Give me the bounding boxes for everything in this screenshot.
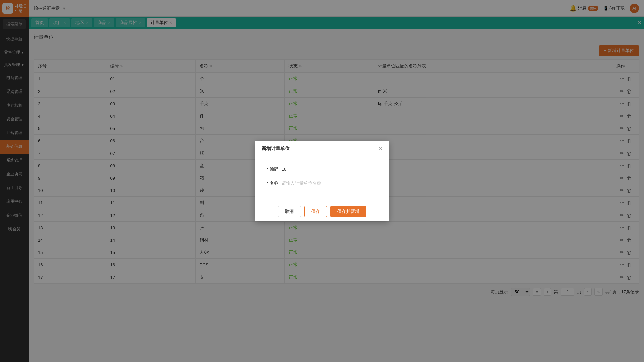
code-label: * 编码 [262,166,282,172]
name-input[interactable] [282,179,382,187]
add-unit-modal: 新增计量单位 × * 编码 * 名称 取消 保存 保存并新增 [255,141,389,221]
modal-close-button[interactable]: × [379,146,382,152]
form-row-code: * 编码 [262,165,382,173]
modal-footer: 取消 保存 保存并新增 [255,202,389,221]
main-area: 翰林通汇生意 ▾ 🔔 消息 99+ 📱 App下载 AI 首页 项目 × [29,0,644,362]
name-label: * 名称 [262,180,282,186]
modal-title: 新增计量单位 [262,146,290,152]
modal-header: 新增计量单位 × [255,141,389,157]
modal-overlay[interactable]: 新增计量单位 × * 编码 * 名称 取消 保存 保存并新增 [0,0,644,362]
cancel-button[interactable]: 取消 [278,206,301,217]
save-and-new-button[interactable]: 保存并新增 [330,206,366,217]
code-input[interactable] [282,165,382,173]
modal-body: * 编码 * 名称 [255,157,389,202]
save-button[interactable]: 保存 [304,206,327,217]
form-row-name: * 名称 [262,179,382,187]
